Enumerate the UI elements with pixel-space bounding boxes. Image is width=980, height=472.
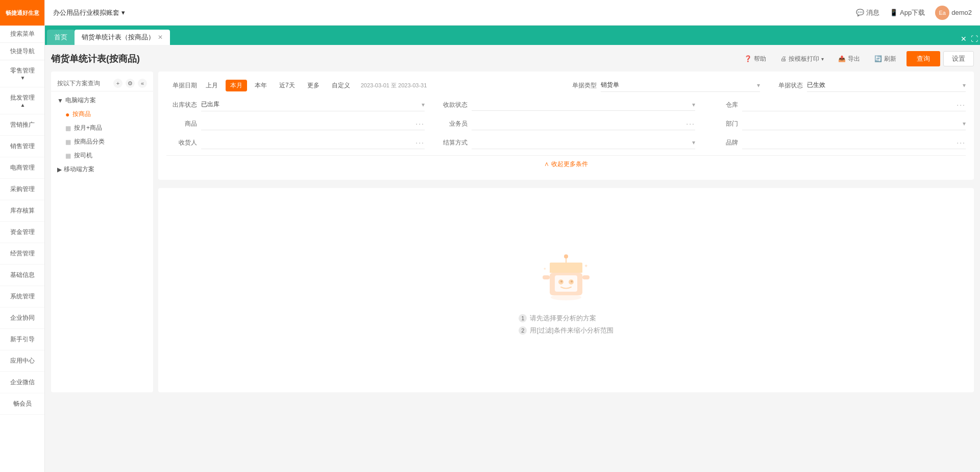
tree-parent-pc[interactable]: ▼ 电脑端方案 (51, 93, 153, 107)
page-actions: ❓ 帮助 🖨 按模板打印 ▾ 📤 导出 🔄 刷新 查询 (740, 51, 974, 66)
settlement-label: 结算方式 (437, 138, 468, 147)
query-button[interactable]: 查询 (906, 51, 940, 66)
tree-parent-pc-label: 电脑端方案 (65, 96, 96, 105)
brand-control[interactable]: ··· (742, 136, 966, 149)
tree-child-by-operator[interactable]: ▦ 按司机 (51, 149, 153, 162)
department-label: 部门 (707, 120, 738, 128)
username: demo2 (951, 9, 972, 16)
tab-sales-stats[interactable]: 销货单统计表（按商品） ✕ (75, 30, 170, 45)
add-scheme-button[interactable]: + (113, 79, 122, 88)
date-btn-this-year[interactable]: 本年 (250, 80, 272, 91)
outbound-value: 已出库 (201, 100, 219, 109)
date-btn-this-month[interactable]: 本月 (226, 80, 247, 91)
main-area: 办公用品行业模拟账套 ▾ 💬 消息 📱 App下载 Ea demo2 首页 销货… (45, 0, 980, 472)
tree-child-by-month-product[interactable]: ▦ 按月+商品 (51, 121, 153, 135)
svg-rect-4 (555, 275, 577, 292)
collapse-button[interactable]: ∧ 收起更多条件 (166, 155, 966, 173)
refresh-label: 刷新 (884, 55, 896, 63)
outbound-caret-icon: ▾ (422, 101, 425, 108)
tree-mobile-expand-icon: ▶ (57, 166, 62, 173)
date-btn-more[interactable]: 更多 (303, 80, 324, 91)
export-label: 导出 (848, 55, 860, 63)
sidebar-item-appcenter[interactable]: 应用中心 (0, 350, 44, 372)
tab-home[interactable]: 首页 (47, 30, 75, 45)
tree-child-by-category[interactable]: ▦ 按商品分类 (51, 135, 153, 149)
sidebar-item-wechat[interactable]: 企业微信 (0, 372, 44, 393)
filter-item-product: 商品 ··· (166, 117, 425, 130)
app-logo: 畅捷通好生意 (0, 0, 44, 26)
sidebar-item-retail[interactable]: 零售管理▼ (0, 60, 44, 87)
left-panel-title: 按以下方案查询 (57, 79, 100, 88)
receipt-status-control[interactable]: ▾ (472, 99, 695, 111)
app-download-action[interactable]: 📱 App下载 (890, 8, 925, 17)
sidebar-item-ecommerce[interactable]: 电商管理 (0, 157, 44, 179)
sidebar-item-enterprise[interactable]: 企业协同 (0, 308, 44, 329)
message-label: 消息 (866, 8, 879, 17)
collapse-panel-button[interactable]: « (138, 79, 147, 88)
refresh-button[interactable]: 🔄 刷新 (870, 53, 900, 65)
sidebar: 畅捷通好生意 搜索菜单 快捷导航 零售管理▼ 批发管理▲ 营销推广 销售管理 电… (0, 0, 45, 472)
department-control[interactable]: ▾ (742, 118, 966, 130)
setting-button[interactable]: 设置 (943, 51, 974, 66)
filter-item-outbound: 出库状态 已出库 ▾ (166, 98, 425, 111)
sidebar-search[interactable]: 搜索菜单 (0, 26, 44, 43)
date-btn-last-month[interactable]: 上月 (201, 80, 223, 91)
doc-type-control[interactable]: 销货单 ▾ (601, 79, 760, 92)
sidebar-item-basic[interactable]: 基础信息 (0, 265, 44, 286)
by-month-product-icon: ▦ (65, 125, 71, 132)
recipient-label: 收货人 (166, 138, 197, 147)
help-label: 帮助 (754, 55, 766, 63)
salesperson-control[interactable]: ··· (472, 117, 695, 130)
filter-row-4: 收货人 ··· 结算方式 ▾ (166, 136, 966, 149)
btn-group: 查询 设置 (906, 51, 974, 66)
sidebar-item-operations[interactable]: 经营管理 (0, 243, 44, 265)
empty-tip-1: 1 请先选择要分析的方案 (519, 314, 613, 323)
settlement-caret-icon: ▾ (692, 139, 695, 146)
settings-scheme-button[interactable]: ⚙ (126, 79, 135, 88)
sidebar-item-system[interactable]: 系统管理 (0, 286, 44, 308)
brand-dots-icon: ··· (957, 138, 966, 147)
industry-selector[interactable]: 办公用品行业模拟账套 ▾ (53, 8, 125, 17)
recipient-control[interactable]: ··· (201, 136, 425, 149)
user-action[interactable]: Ea demo2 (935, 6, 972, 20)
salesperson-dots-icon: ··· (686, 120, 695, 128)
tab-close-icon[interactable]: ✕ (158, 34, 163, 41)
sidebar-item-member[interactable]: 畅会员 (0, 393, 44, 415)
warehouse-control[interactable]: ··· (742, 99, 966, 111)
svg-rect-12 (582, 275, 590, 279)
svg-text:✦: ✦ (543, 267, 547, 271)
sidebar-item-sales[interactable]: 销售管理 (0, 136, 44, 157)
tab-fullscreen-icon[interactable]: ⛶ (971, 35, 978, 43)
sidebar-item-wholesale[interactable]: 批发管理▲ (0, 87, 44, 114)
filter-item-settlement: 结算方式 ▾ (437, 137, 695, 149)
date-btn-custom[interactable]: 自定义 (327, 80, 355, 91)
collapse-label: ∧ 收起更多条件 (544, 160, 587, 168)
tree-parent-mobile[interactable]: ▶ 移动端方案 (51, 162, 153, 176)
product-control[interactable]: ··· (201, 117, 425, 130)
left-panel-actions: + ⚙ « (113, 79, 147, 88)
right-section: 单据日期 上月 本月 本年 近7天 更多 自定义 20 (158, 72, 974, 392)
date-btn-7days[interactable]: 近7天 (275, 80, 300, 91)
svg-rect-3 (550, 263, 582, 273)
sidebar-shortcut[interactable]: 快捷导航 (0, 43, 44, 60)
help-button[interactable]: ❓ 帮助 (740, 53, 770, 65)
sidebar-item-finance[interactable]: 资金管理 (0, 222, 44, 243)
sidebar-item-purchase[interactable]: 采购管理 (0, 179, 44, 200)
date-filter-label: 单据日期 (166, 81, 197, 90)
warehouse-dots-icon: ··· (957, 101, 966, 109)
filter-row-3: 商品 ··· 业务员 ··· (166, 117, 966, 130)
export-button[interactable]: 📤 导出 (834, 53, 864, 65)
sidebar-item-newuser[interactable]: 新手引导 (0, 329, 44, 350)
outbound-control[interactable]: 已出库 ▾ (201, 98, 425, 111)
filter-item-brand: 品牌 ··· (707, 136, 966, 149)
tree-child-by-product[interactable]: ● 按商品 (51, 107, 153, 121)
industry-caret-icon: ▾ (121, 9, 125, 16)
message-action[interactable]: 💬 消息 (856, 8, 879, 17)
sidebar-item-inventory[interactable]: 库存核算 (0, 200, 44, 222)
sidebar-item-marketing[interactable]: 营销推广 (0, 114, 44, 136)
recipient-dots-icon: ··· (415, 138, 425, 147)
template-print-button[interactable]: 🖨 按模板打印 ▾ (776, 53, 828, 65)
settlement-control[interactable]: ▾ (472, 137, 695, 149)
doc-status-control[interactable]: 已生效 ▾ (807, 79, 966, 92)
tab-close-window-icon[interactable]: ✕ (961, 35, 967, 43)
